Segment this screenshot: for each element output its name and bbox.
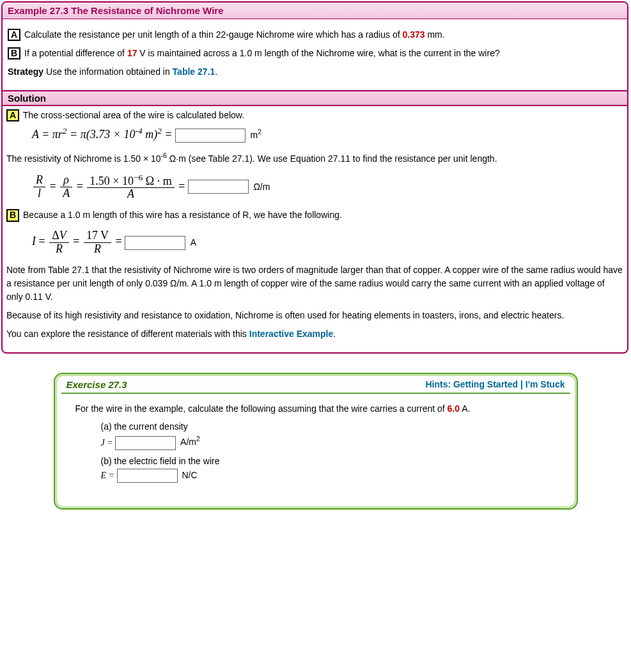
frac-l: l (33, 187, 45, 200)
exercise-title: Exercise 27.3 (66, 379, 127, 390)
frac-R-over-l: R l (33, 174, 45, 200)
J-unit: A/m (180, 437, 196, 447)
solution-b-label: B (6, 209, 19, 221)
electric-field-input[interactable] (117, 469, 178, 483)
solution-a-text: The cross-sectional area of the wire is … (23, 110, 244, 120)
part-a-text1: Calculate the resistance per unit length… (24, 29, 402, 40)
seventeen-v: 17 V (84, 230, 111, 243)
solution-header: Solution (3, 90, 627, 106)
solution-b-text: Because a 1.0 m length of this wire has … (23, 210, 342, 220)
J-eq: J = (101, 437, 116, 447)
E-unit: N/C (182, 470, 197, 480)
rho-unit: Ω · m (143, 175, 171, 187)
part-a-prompt: A Calculate the resistance per unit leng… (8, 28, 622, 42)
exercise-part-b: (b) the electric field in the wire E = N… (75, 454, 556, 483)
current-equation: I = ΔV R = 17 V R = A (6, 227, 623, 258)
area-exp: -4 (135, 126, 142, 136)
explore-line: You can explore the resistance of differ… (6, 327, 623, 341)
resist-exp: -6 (161, 152, 167, 159)
strategy-bold: Strategy (8, 66, 43, 77)
area-eq: = (162, 128, 175, 141)
frac-rho-value: 1.50 × 10−6 Ω · m A (87, 173, 174, 201)
ex-current-value: 6.0 (448, 403, 460, 414)
area-mid: = π(3.73 × 10 (67, 128, 136, 141)
rho-exp: −6 (134, 173, 143, 182)
frac-A1: A (60, 187, 72, 200)
frac-rho: ρ (60, 174, 72, 187)
resistance-per-length-equation: R l = ρ A = 1.50 × 10−6 Ω · m A = Ω/m (6, 171, 623, 204)
heating-paragraph: Because of its high resistivity and resi… (6, 309, 623, 322)
exercise-header-row: Exercise 27.3 Hints: Getting Started | I… (61, 379, 570, 394)
example-title: Example 27.3 The Resistance of Nichrome … (3, 3, 627, 19)
part-b-text1: If a potential difference of (24, 48, 127, 58)
frac-rho-over-A: ρ A (60, 174, 72, 200)
J-unit-sup: 2 (196, 435, 200, 443)
solution-b-line: B Because a 1.0 m length of this wire ha… (6, 208, 623, 222)
resist-t2: Ω·m (see Table 27.1). We use Equation 27… (167, 153, 497, 164)
strategy-text: Use the information obtained in (43, 66, 173, 77)
explore-text: You can explore the resistance of differ… (6, 329, 249, 339)
frac-A2: A (87, 188, 174, 201)
strategy-line: Strategy Use the information obtained in… (8, 65, 622, 79)
current-answer-input[interactable] (125, 236, 185, 250)
area-answer-input[interactable] (175, 129, 245, 143)
hint-getting-started-link[interactable]: Getting Started (453, 379, 518, 389)
hint-pipe: | (518, 379, 526, 389)
part-a-label: A (8, 29, 20, 41)
ex-b-label: (b) the electric field in the wire (101, 454, 556, 468)
note-paragraph: Note from Table 27.1 that the resistivit… (6, 263, 623, 304)
rho-num: 1.50 × 10 (90, 175, 134, 187)
frac-R: R (33, 174, 45, 187)
area-sup2: 2 (157, 126, 162, 136)
example-body: A Calculate the resistance per unit leng… (3, 19, 627, 90)
exercise-prompt: For the wire in the example, calculate t… (75, 402, 556, 416)
area-unit-sup: 2 (258, 128, 261, 136)
area-lhs: A = πr (32, 128, 63, 141)
ex-a-label: (a) the current density (101, 419, 556, 434)
area-sup1: 2 (63, 126, 67, 136)
r-per-l-answer-input[interactable] (188, 180, 249, 194)
interactive-example-link[interactable]: Interactive Example (249, 329, 334, 339)
exercise-hints: Hints: Getting Started | I'm Stuck (425, 379, 565, 390)
part-b-text2: V is maintained across a 1.0 m length of… (137, 48, 499, 58)
solution-body: A The cross-sectional area of the wire i… (3, 106, 627, 352)
exercise-box: Exercise 27.3 Hints: Getting Started | I… (54, 373, 578, 510)
E-eq: E = (101, 471, 117, 480)
solution-a-label: A (6, 109, 19, 121)
radius-value: 0.373 (402, 29, 425, 40)
current-density-input[interactable] (115, 436, 176, 450)
explore-dot: . (333, 329, 336, 339)
voltage-value: 17 (127, 48, 137, 58)
frac-dV-R: ΔV R (49, 230, 69, 256)
frac-17V-R: 17 V R (84, 230, 111, 256)
part-b-prompt: B If a potential difference of 17 V is m… (8, 47, 622, 60)
resistivity-text: The resistivity of Nichrome is 1.50 × 10… (6, 151, 623, 166)
strategy-dot: . (215, 66, 217, 77)
resist-t1: The resistivity of Nichrome is 1.50 × 10 (6, 153, 161, 164)
table-link[interactable]: Table 27.1 (173, 66, 215, 77)
exercise-wrap: Exercise 27.3 Hints: Getting Started | I… (54, 373, 578, 510)
area-unit: m (251, 130, 258, 140)
ohm-per-m-unit: Ω/m (253, 182, 270, 192)
area-after: m) (143, 128, 158, 141)
R-den1: R (49, 243, 69, 256)
hint-im-stuck-link[interactable]: I'm Stuck (526, 379, 565, 389)
R-den2: R (84, 243, 111, 256)
solution-a-line: A The cross-sectional area of the wire i… (6, 109, 623, 122)
ex-prompt1: For the wire in the example, calculate t… (75, 403, 448, 414)
amp-unit: A (191, 237, 196, 247)
part-a-text2: mm. (425, 29, 445, 40)
exercise-part-a: (a) the current density J = A/m2 (75, 419, 556, 449)
ex-prompt2: A. (460, 403, 470, 414)
exercise-body: For the wire in the example, calculate t… (66, 402, 565, 483)
area-equation: A = πr2 = π(3.73 × 10-4 m)2 = m2 (6, 122, 623, 146)
hints-prefix: Hints: (425, 379, 453, 389)
example-box: Example 27.3 The Resistance of Nichrome … (1, 1, 628, 354)
part-b-label: B (8, 47, 20, 59)
